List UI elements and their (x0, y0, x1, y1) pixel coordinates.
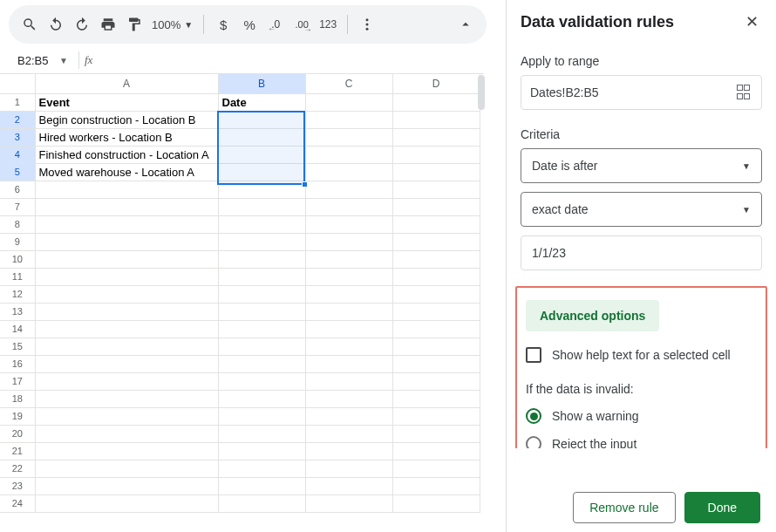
paint-format-icon[interactable] (122, 12, 146, 37)
cell[interactable] (305, 407, 392, 425)
cell[interactable] (305, 477, 392, 494)
row-header[interactable]: 14 (0, 320, 35, 338)
cell[interactable] (305, 146, 392, 163)
cell[interactable] (218, 372, 305, 390)
more-icon[interactable] (355, 12, 379, 37)
cell[interactable] (35, 181, 218, 198)
cell[interactable] (218, 268, 305, 285)
cell[interactable]: Hired workers - Location B (35, 128, 218, 146)
show-warning-radio[interactable] (526, 408, 541, 424)
cell[interactable] (392, 338, 480, 355)
cell[interactable] (305, 494, 392, 512)
row-header[interactable]: 24 (0, 494, 35, 512)
name-box[interactable]: B2:B5 ▼ (17, 54, 71, 67)
done-button[interactable]: Done (684, 492, 760, 523)
zoom-select[interactable]: 100%▼ (148, 18, 196, 31)
cell[interactable]: Date (218, 93, 305, 111)
cell[interactable] (218, 442, 305, 460)
increase-decimal-button[interactable]: .00→ (289, 12, 314, 37)
cell[interactable] (305, 460, 392, 477)
cell[interactable]: Begin construction - Location B (35, 111, 218, 128)
cell[interactable] (305, 250, 392, 268)
percent-format-button[interactable]: % (237, 12, 262, 37)
cell[interactable] (392, 460, 480, 477)
number-format-button[interactable]: 123 (316, 12, 340, 37)
cell[interactable] (35, 285, 218, 303)
cell[interactable] (392, 215, 480, 233)
select-all-cell[interactable] (0, 74, 35, 93)
cell[interactable] (35, 390, 218, 407)
formula-input[interactable] (105, 51, 480, 69)
cell[interactable] (218, 320, 305, 338)
cell[interactable] (392, 477, 480, 494)
cell[interactable] (218, 303, 305, 320)
cell[interactable] (35, 372, 218, 390)
cell[interactable] (305, 198, 392, 215)
range-input[interactable]: Dates!B2:B5 (521, 75, 762, 110)
cell[interactable] (218, 128, 305, 146)
cell[interactable] (305, 268, 392, 285)
row-header[interactable]: 20 (0, 425, 35, 442)
row-header[interactable]: 6 (0, 181, 35, 198)
cell[interactable] (392, 355, 480, 372)
cell[interactable] (392, 320, 480, 338)
row-header[interactable]: 3 (0, 128, 35, 146)
cell[interactable] (218, 425, 305, 442)
collapse-toolbar-icon[interactable] (453, 12, 478, 37)
column-header[interactable]: A (35, 74, 218, 93)
cell[interactable]: Event (35, 93, 218, 111)
row-header[interactable]: 22 (0, 460, 35, 477)
cell[interactable] (392, 111, 480, 128)
cell[interactable] (35, 477, 218, 494)
cell[interactable] (305, 338, 392, 355)
cell[interactable] (392, 233, 480, 250)
search-icon[interactable] (17, 12, 42, 37)
cell[interactable] (218, 407, 305, 425)
cell[interactable] (305, 111, 392, 128)
row-header[interactable]: 1 (0, 93, 35, 111)
cell[interactable] (392, 425, 480, 442)
cell[interactable] (392, 93, 480, 111)
remove-rule-button[interactable]: Remove rule (573, 492, 675, 523)
row-header[interactable]: 23 (0, 477, 35, 494)
cell[interactable] (218, 146, 305, 163)
cell[interactable] (35, 355, 218, 372)
cell[interactable] (305, 128, 392, 146)
cell[interactable] (392, 128, 480, 146)
cell[interactable] (392, 250, 480, 268)
cell[interactable] (392, 285, 480, 303)
cell[interactable] (392, 407, 480, 425)
spreadsheet-grid[interactable]: ABCD1EventDate2Begin construction - Loca… (0, 73, 484, 527)
row-header[interactable]: 18 (0, 390, 35, 407)
cell[interactable] (35, 425, 218, 442)
cell[interactable] (218, 355, 305, 372)
cell[interactable] (305, 442, 392, 460)
cell[interactable] (35, 442, 218, 460)
cell[interactable] (218, 250, 305, 268)
cell[interactable] (305, 285, 392, 303)
date-input[interactable]: 1/1/23 (521, 235, 762, 270)
redo-icon[interactable] (70, 12, 94, 37)
cell[interactable] (218, 163, 305, 181)
cell[interactable] (392, 372, 480, 390)
cell[interactable] (305, 355, 392, 372)
criteria-mode-select[interactable]: exact date ▼ (521, 192, 762, 227)
cell[interactable] (35, 338, 218, 355)
cell[interactable] (218, 111, 305, 128)
row-header[interactable]: 11 (0, 268, 35, 285)
cell[interactable] (218, 494, 305, 512)
column-header[interactable]: B (218, 74, 305, 93)
print-icon[interactable] (96, 12, 120, 37)
row-header[interactable]: 2 (0, 111, 35, 128)
row-header[interactable]: 8 (0, 215, 35, 233)
cell[interactable] (392, 181, 480, 198)
cell[interactable] (305, 215, 392, 233)
cell[interactable] (218, 477, 305, 494)
cell[interactable] (218, 338, 305, 355)
row-header[interactable]: 5 (0, 163, 35, 181)
row-header[interactable]: 4 (0, 146, 35, 163)
close-icon[interactable]: ✕ (741, 12, 762, 31)
cell[interactable] (305, 93, 392, 111)
cell[interactable] (218, 215, 305, 233)
cell[interactable] (35, 198, 218, 215)
